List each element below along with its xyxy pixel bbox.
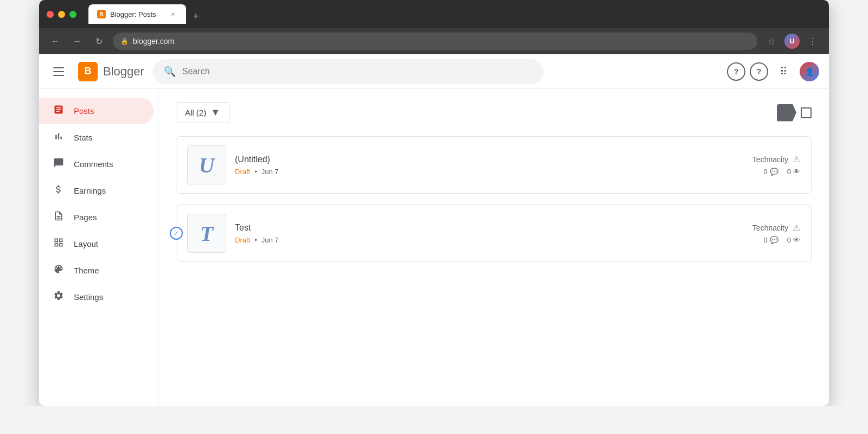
sidebar-item-stats[interactable]: Stats <box>39 124 154 151</box>
app-container: B Blogger 🔍 ? ? ⠿ 👤 <box>39 54 829 406</box>
new-tab-button[interactable]: + <box>188 9 203 24</box>
views-stat-2: 0 👁 <box>787 236 800 244</box>
close-traffic-light[interactable] <box>47 11 54 18</box>
post-card-2[interactable]: ✓ T Test Draft • Jun 7 Tec <box>176 205 812 262</box>
forward-button[interactable]: → <box>69 34 85 49</box>
post-meta-1: Draft • Jun 7 <box>235 168 744 176</box>
sidebar-item-settings[interactable]: Settings <box>39 284 154 310</box>
browser-user-avatar[interactable]: U <box>784 34 800 49</box>
hamburger-menu-button[interactable] <box>48 61 69 82</box>
sidebar-item-theme[interactable]: Theme <box>39 257 154 284</box>
post-title-2: Test <box>235 223 744 233</box>
header-actions: ? ? ⠿ 👤 <box>727 61 820 82</box>
blog-name-text-2: Technacity <box>752 224 788 232</box>
posts-list: U (Untitled) Draft • Jun 7 Technacity <box>176 132 812 269</box>
sidebar-item-pages[interactable]: Pages <box>39 204 154 231</box>
sidebar-item-earnings-label: Earnings <box>74 186 106 195</box>
comments-icon <box>52 157 65 171</box>
help-icon-1: ? <box>734 67 739 76</box>
post-date-1: Jun 7 <box>261 168 279 176</box>
post-status-1: Draft <box>235 168 250 176</box>
post-blog-name-2: Technacity ⚠ <box>752 222 800 233</box>
views-stat-1: 0 👁 <box>787 168 800 176</box>
filter-dropdown[interactable]: All (2) ▼ <box>176 102 229 123</box>
comments-count-1: 0 <box>764 168 768 176</box>
post-status-2: Draft <box>235 236 250 244</box>
post-info-2: Test Draft • Jun 7 <box>235 223 744 244</box>
bookmark-button[interactable]: ☆ <box>764 34 779 49</box>
hamburger-line-2 <box>53 71 64 72</box>
post-stats-1: 0 💬 0 👁 <box>764 168 800 176</box>
comments-stat-2: 0 💬 <box>764 236 778 244</box>
sidebar: Posts Stats <box>39 89 158 406</box>
post-info-1: (Untitled) Draft • Jun 7 <box>235 155 744 176</box>
help-button-2[interactable]: ? <box>750 62 768 81</box>
help-icon-2: ? <box>757 67 762 76</box>
sidebar-item-comments-label: Comments <box>74 159 113 169</box>
lock-icon: 🔒 <box>120 37 129 45</box>
traffic-lights <box>47 11 76 18</box>
post-stats-2: 0 💬 0 👁 <box>764 236 800 244</box>
views-count-2: 0 <box>787 236 791 244</box>
toolbar-right <box>777 104 812 122</box>
sidebar-item-layout-label: Layout <box>74 239 98 248</box>
post-check-icon[interactable]: ✓ <box>170 227 183 240</box>
browser-addressbar: ← → ↻ 🔒 blogger.com ☆ U ⋮ <box>39 28 829 54</box>
tab-bar: B Blogger: Posts × + <box>88 4 821 24</box>
earnings-icon <box>52 184 65 197</box>
active-tab[interactable]: B Blogger: Posts × <box>88 4 186 24</box>
warning-icon-2: ⚠ <box>793 222 800 233</box>
user-avatar[interactable]: 👤 <box>799 61 820 82</box>
refresh-button[interactable]: ↻ <box>91 34 106 49</box>
search-icon: 🔍 <box>164 66 176 78</box>
comments-count-2: 0 <box>764 236 768 244</box>
warning-icon-1: ⚠ <box>793 154 800 164</box>
help-button-1[interactable]: ? <box>727 62 745 81</box>
main-layout: Posts Stats <box>39 89 829 406</box>
apps-button[interactable]: ⠿ <box>773 61 794 82</box>
views-icon-2: 👁 <box>793 236 800 244</box>
sidebar-item-layout[interactable]: Layout <box>39 231 154 257</box>
tab-favicon: B <box>97 10 106 18</box>
post-card-1[interactable]: U (Untitled) Draft • Jun 7 Technacity <box>176 136 812 194</box>
browser-titlebar: B Blogger: Posts × + <box>39 0 829 28</box>
search-bar[interactable]: 🔍 <box>153 59 544 84</box>
sidebar-item-posts-label: Posts <box>74 106 94 116</box>
settings-icon <box>52 290 65 304</box>
label-button[interactable] <box>777 104 796 122</box>
hamburger-line-1 <box>53 67 64 68</box>
brand: B Blogger <box>78 62 144 81</box>
app-header: B Blogger 🔍 ? ? ⠿ 👤 <box>39 54 829 89</box>
apps-icon: ⠿ <box>780 65 788 78</box>
browser-menu-button[interactable]: ⋮ <box>805 34 820 49</box>
minimize-traffic-light[interactable] <box>58 11 65 18</box>
sidebar-item-posts[interactable]: Posts <box>39 98 154 124</box>
post-thumbnail-2: T <box>187 214 226 253</box>
sidebar-item-theme-label: Theme <box>74 266 99 275</box>
select-all-checkbox[interactable] <box>801 107 812 118</box>
tab-close-button[interactable]: × <box>169 10 177 18</box>
brand-name: Blogger <box>103 65 144 79</box>
post-blog-name-1: Technacity ⚠ <box>752 154 800 164</box>
back-button[interactable]: ← <box>48 34 63 49</box>
browser-window: B Blogger: Posts × + ← → ↻ 🔒 blogger.com… <box>39 0 829 406</box>
sidebar-item-comments[interactable]: Comments <box>39 151 154 177</box>
browser-actions: ☆ U ⋮ <box>764 34 820 49</box>
blog-name-text-1: Technacity <box>752 155 788 164</box>
post-meta-2: Draft • Jun 7 <box>235 236 744 244</box>
post-date-2: Jun 7 <box>261 236 279 244</box>
views-count-1: 0 <box>787 168 791 176</box>
stats-icon <box>52 131 65 144</box>
sidebar-item-earnings[interactable]: Earnings <box>39 177 154 204</box>
search-input[interactable] <box>182 67 533 76</box>
content-area: All (2) ▼ U (Untitled) <box>158 89 829 406</box>
maximize-traffic-light[interactable] <box>69 11 76 18</box>
tab-title: Blogger: Posts <box>110 10 164 18</box>
layout-icon <box>52 237 65 251</box>
address-text: blogger.com <box>133 37 174 46</box>
address-bar[interactable]: 🔒 blogger.com <box>113 33 757 50</box>
hamburger-line-3 <box>53 75 64 76</box>
posts-icon <box>52 104 65 118</box>
sidebar-item-pages-label: Pages <box>74 213 97 222</box>
posts-toolbar: All (2) ▼ <box>176 102 812 123</box>
